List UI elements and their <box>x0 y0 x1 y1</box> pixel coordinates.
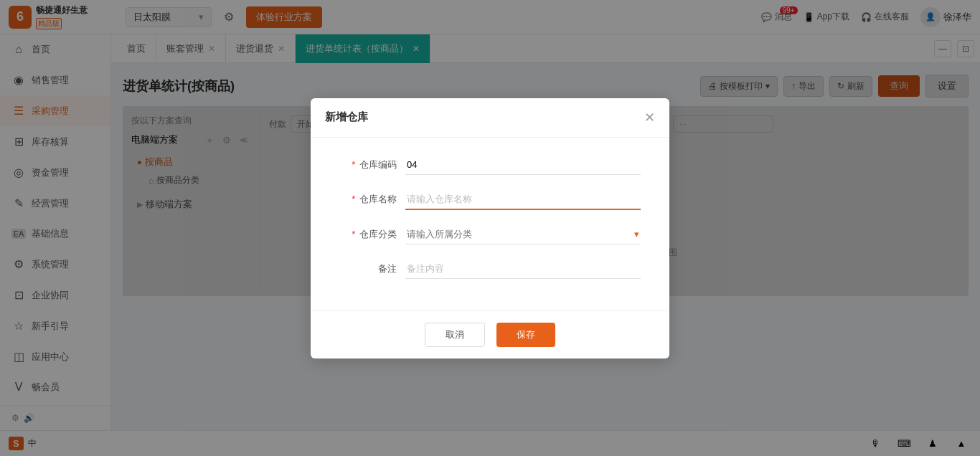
warehouse-name-input[interactable] <box>405 189 641 210</box>
category-selector[interactable]: ▾ <box>405 224 641 244</box>
modal-add-warehouse: 新增仓库 ✕ * 仓库编码 <box>311 98 669 358</box>
content-area: 首页 账套管理 ✕ 进货退货 ✕ 进货单统计表（按商品） ✕ — ⊡ <box>111 34 980 430</box>
form-row-note: 备注 <box>339 259 641 279</box>
form-row-category: * 仓库分类 ▾ <box>339 224 641 244</box>
cancel-button[interactable]: 取消 <box>425 323 485 347</box>
modal-title: 新增仓库 <box>325 110 368 124</box>
modal-footer: 取消 保存 <box>311 310 669 358</box>
modal-overlay: 新增仓库 ✕ * 仓库编码 <box>111 34 980 430</box>
modal-body: * 仓库编码 * 仓库名称 <box>311 138 669 310</box>
warehouse-note-input[interactable] <box>405 259 641 279</box>
modal-close-button[interactable]: ✕ <box>644 110 655 125</box>
warehouse-code-input[interactable] <box>405 155 641 175</box>
name-label: * 仓库名称 <box>339 193 397 206</box>
category-input[interactable] <box>407 229 634 239</box>
note-label: 备注 <box>339 262 397 275</box>
save-button[interactable]: 保存 <box>496 323 555 347</box>
category-arrow-icon: ▾ <box>634 229 639 239</box>
form-row-code: * 仓库编码 <box>339 155 641 175</box>
modal-header: 新增仓库 ✕ <box>311 98 669 138</box>
category-label: * 仓库分类 <box>339 228 397 241</box>
code-label: * 仓库编码 <box>339 158 397 171</box>
form-row-name: * 仓库名称 <box>339 189 641 210</box>
